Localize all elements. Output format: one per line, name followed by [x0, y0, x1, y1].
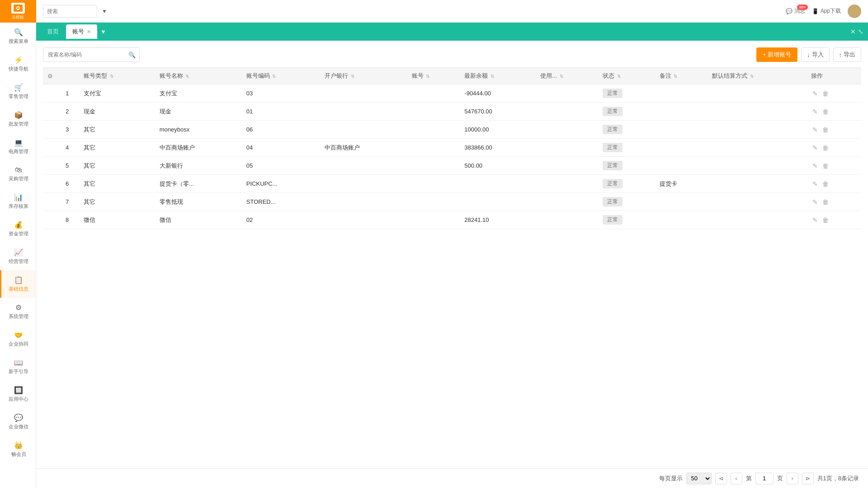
table-row: 4 其它 中百商场账户 04 中百商场账户 383866.00 正常 ✎ 🗑: [43, 139, 861, 157]
edit-button[interactable]: ✎: [812, 144, 818, 151]
search-button[interactable]: 🔍: [125, 47, 139, 62]
import-button[interactable]: ↓ 导入: [801, 47, 830, 62]
row-name: 支付宝: [155, 84, 242, 103]
col-note-label: 备注: [660, 72, 671, 79]
edit-button[interactable]: ✎: [812, 90, 818, 97]
col-note[interactable]: 备注 ⇅: [655, 68, 708, 84]
sidebar-item-vip[interactable]: 👑 畅会员: [0, 436, 36, 463]
row-note: [655, 193, 708, 211]
delete-button[interactable]: 🗑: [822, 108, 829, 115]
col-num: [61, 68, 79, 84]
delete-button[interactable]: 🗑: [822, 126, 829, 133]
sidebar-item-system[interactable]: ⚙ 系统管理: [0, 298, 36, 325]
sidebar-item-beginner[interactable]: 📖 新手引导: [0, 353, 36, 380]
col-bank[interactable]: 开户银行 ⇅: [320, 68, 407, 84]
app-download-button[interactable]: 📱 App下载: [812, 7, 841, 15]
mobile-icon: 📱: [812, 8, 819, 14]
sidebar-item-finance[interactable]: 💰 资金管理: [0, 215, 36, 243]
col-action-label: 操作: [811, 72, 823, 79]
row-type: 微信: [79, 211, 155, 229]
sort-type-icon: ⇅: [110, 74, 113, 79]
first-page-button[interactable]: ⊲: [715, 473, 727, 484]
header-search-input[interactable]: [43, 5, 97, 18]
sidebar-item-enterprise[interactable]: 🤝 企业协同: [0, 325, 36, 353]
col-account-label: 账号: [412, 72, 424, 79]
edit-button[interactable]: ✎: [812, 216, 818, 224]
tab-maximize-icon[interactable]: ⤡: [858, 28, 863, 35]
sort-name-icon: ⇅: [185, 74, 189, 79]
sidebar-item-ecommerce[interactable]: 💻 电商管理: [0, 133, 36, 160]
delete-button[interactable]: 🗑: [822, 162, 829, 169]
edit-button[interactable]: ✎: [812, 108, 818, 115]
row-settings-cell: [43, 211, 61, 229]
row-note: [655, 121, 708, 139]
delete-button[interactable]: 🗑: [822, 144, 829, 151]
tab-home[interactable]: 首页: [41, 24, 65, 39]
delete-button[interactable]: 🗑: [822, 90, 829, 97]
operation-icon: 📈: [14, 248, 23, 257]
sidebar-item-quick-nav[interactable]: ⚡ 快捷导航: [0, 50, 36, 78]
col-type[interactable]: 账号类型 ⇅: [79, 68, 155, 84]
row-default-settlement: [708, 103, 807, 121]
col-code[interactable]: 账号编码 ⇅: [242, 68, 321, 84]
row-usage: [536, 211, 598, 229]
col-account[interactable]: 账号 ⇅: [407, 68, 460, 84]
row-num: 6: [61, 175, 79, 193]
search-input[interactable]: [43, 52, 125, 58]
delete-button[interactable]: 🗑: [822, 216, 829, 224]
delete-button[interactable]: 🗑: [822, 198, 829, 206]
row-balance: [460, 193, 536, 211]
next-page-button[interactable]: ›: [787, 473, 798, 484]
edit-button[interactable]: ✎: [812, 162, 818, 169]
add-account-button[interactable]: + 新增账号: [756, 47, 797, 62]
app-center-icon: 🔲: [14, 386, 23, 394]
header-dropdown[interactable]: ▼: [102, 8, 107, 14]
user-avatar[interactable]: [848, 5, 861, 18]
export-button[interactable]: ↑ 导出: [833, 47, 862, 62]
sort-balance-icon: ⇅: [491, 74, 494, 79]
sidebar-item-wechat[interactable]: 💬 企业微信: [0, 408, 36, 436]
edit-button[interactable]: ✎: [812, 180, 818, 188]
col-usage[interactable]: 使用... ⇅: [536, 68, 598, 84]
sidebar-item-app-center[interactable]: 🔲 应用中心: [0, 380, 36, 408]
row-code: 06: [242, 121, 321, 139]
sidebar-item-purchase[interactable]: 🛍 采购管理: [0, 160, 36, 188]
notification-button[interactable]: 💬 消息 99+: [786, 7, 805, 15]
sidebar-item-label: 采购管理: [9, 175, 28, 182]
row-code: 04: [242, 139, 321, 157]
delete-button[interactable]: 🗑: [822, 180, 829, 188]
table-row: 1 支付宝 支付宝 03 -90444.00 正常 ✎ 🗑: [43, 84, 861, 103]
sidebar-item-label: 畅会员: [11, 451, 26, 458]
tab-account[interactable]: 账号 ✕: [66, 24, 97, 39]
col-default-settlement[interactable]: 默认结算方式 ⇅: [708, 68, 807, 84]
col-name[interactable]: 账号名称 ⇅: [155, 68, 242, 84]
sidebar-item-wholesale[interactable]: 📦 批发管理: [0, 105, 36, 133]
row-actions: ✎ 🗑: [807, 211, 861, 229]
row-bank: [320, 84, 407, 103]
row-note: [655, 139, 708, 157]
edit-button[interactable]: ✎: [812, 198, 818, 206]
page-number-input[interactable]: [755, 473, 774, 484]
sidebar-item-search-menu[interactable]: 🔍 搜索菜单: [0, 23, 36, 50]
sidebar-item-label: 批发管理: [9, 121, 28, 127]
pagination-bar: 每页显示 50 100 200 ⊲ ‹ 第 页 › ⊳ 共1页，8条记录: [36, 468, 868, 488]
sidebar-item-retail[interactable]: 🛒 零售管理: [0, 78, 36, 105]
edit-button[interactable]: ✎: [812, 126, 818, 133]
sidebar-item-operation[interactable]: 📈 经营管理: [0, 243, 36, 270]
retail-icon: 🛒: [14, 83, 23, 92]
page-size-select[interactable]: 50 100 200: [686, 473, 712, 484]
last-page-button[interactable]: ⊳: [802, 473, 814, 484]
tab-close-icon[interactable]: ✕: [87, 29, 91, 35]
row-note: [655, 211, 708, 229]
app-download-label: App下载: [821, 7, 841, 15]
tab-minimize-icon[interactable]: ✕: [850, 28, 856, 35]
sidebar-item-basic-info[interactable]: 📋 基础信息: [0, 270, 36, 298]
sidebar-item-inventory[interactable]: 📊 库存核算: [0, 188, 36, 215]
column-settings-icon[interactable]: ⚙: [47, 73, 53, 80]
tab-expand-button[interactable]: ▼: [100, 28, 106, 35]
col-balance[interactable]: 最新余额 ⇅: [460, 68, 536, 84]
prev-page-button[interactable]: ‹: [731, 473, 742, 484]
sidebar-item-label: 应用中心: [9, 396, 28, 403]
col-status[interactable]: 状态 ⇅: [598, 68, 655, 84]
logo-text: 乐橙版: [12, 14, 24, 20]
